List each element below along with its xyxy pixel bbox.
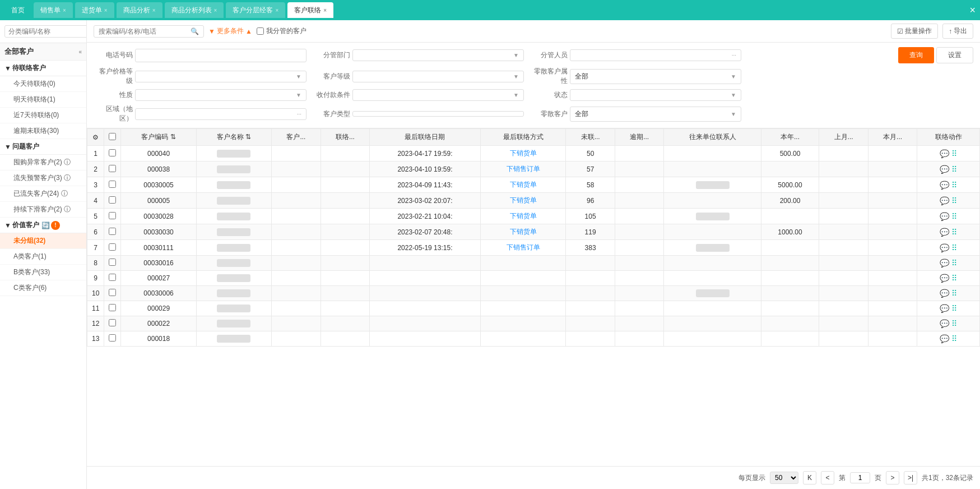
row-checkbox-12[interactable] [104,331,121,347]
row-last-method-9[interactable] [480,286,566,301]
last-page-button[interactable]: >| [904,471,917,485]
row-checkbox-9[interactable] [104,286,121,301]
b-class-item[interactable]: B类客户(33) [0,265,86,280]
row-last-method-3[interactable]: 下销货单 [480,193,566,209]
chat-icon[interactable]: 💬 [940,149,949,158]
grid-icon[interactable]: ⠿ [951,165,957,174]
grid-icon[interactable]: ⠿ [951,196,957,205]
week-pending-item[interactable]: 近7天待联络(0) [0,108,86,123]
row-last-method-1[interactable]: 下销售订单 [480,162,566,177]
settings-col-header[interactable]: ⚙ [87,129,104,146]
grid-icon[interactable]: ⠿ [951,289,957,298]
scatter-customer-select[interactable]: 全部 ▼ [570,107,741,122]
chat-icon[interactable]: 💬 [940,274,949,283]
chat-icon[interactable]: 💬 [940,304,949,313]
close-segment-tab[interactable]: × [275,7,278,13]
dept-select[interactable]: ▼ [352,49,524,61]
grid-icon[interactable]: ⠿ [951,243,957,252]
row-checkbox-11[interactable] [104,316,121,331]
hoarding-item[interactable]: 囤购异常客户(2) ⓘ [0,155,86,170]
more-conditions-button[interactable]: ▼ 更多条件 ▲ [208,26,252,36]
chat-icon[interactable]: 💬 [940,334,949,343]
export-button[interactable]: ↑ 导出 [942,24,973,39]
status-select[interactable]: ▼ [570,89,741,101]
close-purchase-tab[interactable]: × [104,7,108,13]
tab-customer-segment[interactable]: 客户分层经客 × [226,2,285,18]
row-last-method-5[interactable]: 下销货单 [480,224,566,240]
row-last-method-10[interactable] [480,301,566,316]
overdue-pending-item[interactable]: 逾期未联络(30) [0,123,86,139]
row-last-method-6[interactable]: 下销售订单 [480,240,566,256]
next-page-button[interactable]: > [886,471,899,485]
tab-sales[interactable]: 销售单 × [34,2,73,18]
prev-page-button[interactable]: < [821,471,834,485]
pending-group-header[interactable]: ▼ 待联络客户 [0,61,86,76]
price-level-select[interactable]: ▼ [135,71,306,82]
chat-icon[interactable]: 💬 [940,212,949,221]
tab-home[interactable]: 首页 [4,2,31,18]
not-contact-col-header[interactable]: 未联... [566,129,615,146]
ungroup-item[interactable]: 未分组(32) [0,233,86,249]
c-class-item[interactable]: C类客户(6) [0,280,86,296]
last-month-col-header[interactable]: 上月... [819,129,868,146]
row-checkbox-8[interactable] [104,271,121,286]
row-last-method-8[interactable] [480,271,566,286]
chat-icon[interactable]: 💬 [940,196,949,205]
row-last-method-0[interactable]: 下销货单 [480,146,566,162]
category-search-input[interactable] [4,25,87,38]
problem-group-header[interactable]: ▼ 问题客户 [0,139,86,155]
page-number-input[interactable] [850,472,870,483]
phone-input[interactable] [135,49,306,62]
chat-icon[interactable]: 💬 [940,181,949,190]
row-checkbox-0[interactable] [104,146,121,162]
this-month-col-header[interactable]: 本月... [868,129,917,146]
tab-analysis-list[interactable]: 商品分析列表 × [165,2,224,18]
all-customers-header[interactable]: 全部客户 « [0,43,86,61]
row-checkbox-4[interactable] [104,209,121,224]
manager-select[interactable]: ··· [570,49,741,61]
tab-purchase[interactable]: 进货单 × [75,2,114,18]
grid-icon[interactable]: ⠿ [951,334,957,343]
tab-customer-contact[interactable]: 客户联络 × [287,2,333,18]
close-contact-tab[interactable]: × [323,7,327,13]
tab-analysis[interactable]: 商品分析 × [117,2,162,18]
query-button[interactable]: 查询 [898,47,934,63]
tomorrow-pending-item[interactable]: 明天待联络(1) [0,92,86,108]
row-checkbox-2[interactable] [104,177,121,193]
checkbox-col-header[interactable] [104,129,121,146]
reset-button[interactable]: 设置 [936,47,973,63]
grid-icon[interactable]: ⠿ [951,259,957,267]
close-analysis-list-tab[interactable]: × [214,7,217,13]
grid-icon[interactable]: ⠿ [951,212,957,221]
grid-icon[interactable]: ⠿ [951,304,957,313]
overdue-col-header[interactable]: 逾期... [615,129,664,146]
last-method-col-header[interactable]: 最后联络方式 [480,129,566,146]
scatter-attr-select[interactable]: 全部 ▼ [570,69,741,84]
grid-icon[interactable]: ⠿ [951,149,957,158]
contact-col-header[interactable]: 联络... [321,129,370,146]
last-date-col-header[interactable]: 最后联络日期 [370,129,480,146]
page-size-select[interactable]: 50 100 200 [770,472,798,484]
my-customers-checkbox[interactable] [257,27,264,35]
row-last-method-12[interactable] [480,331,566,347]
batch-op-button[interactable]: ☑ 批量操作 [891,24,938,39]
type-col-header[interactable]: 客户... [272,129,321,146]
chat-icon[interactable]: 💬 [940,289,949,298]
declining-item[interactable]: 持续下滑客户(2) ⓘ [0,202,86,218]
row-checkbox-1[interactable] [104,162,121,177]
row-checkbox-10[interactable] [104,301,121,316]
chat-icon[interactable]: 💬 [940,165,949,174]
close-sales-tab[interactable]: × [63,7,66,13]
churned-item[interactable]: 已流失客户(24) ⓘ [0,186,86,202]
select-all-checkbox[interactable] [109,133,116,140]
grid-icon[interactable]: ⠿ [951,181,957,190]
grid-icon[interactable]: ⠿ [951,274,957,283]
close-analysis-tab[interactable]: × [152,7,156,13]
my-customers-checkbox-label[interactable]: 我分管的客户 [257,26,306,36]
nature-select[interactable]: ▼ [135,89,306,101]
customer-type-select[interactable] [352,111,524,117]
row-checkbox-6[interactable] [104,240,121,256]
close-all-button[interactable]: × [969,5,976,15]
name-col-header[interactable]: 客户名称 ⇅ [196,129,271,146]
chat-icon[interactable]: 💬 [940,319,949,328]
